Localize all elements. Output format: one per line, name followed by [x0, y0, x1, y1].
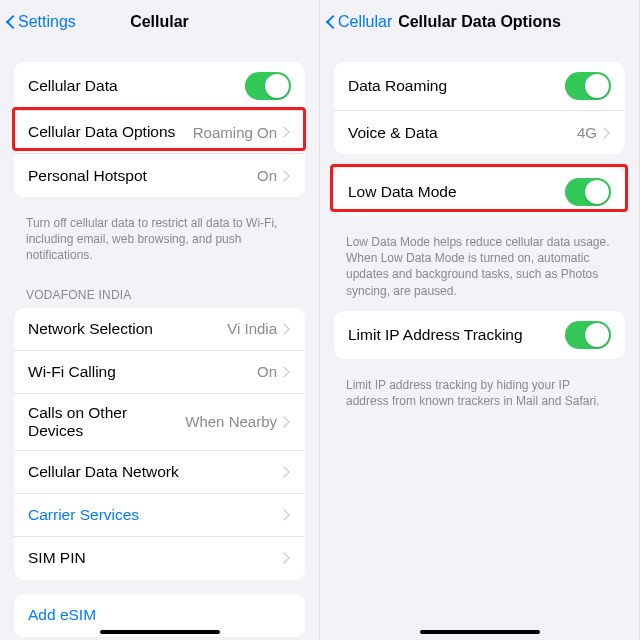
row-carrier-services[interactable]: Carrier Services	[14, 494, 305, 537]
footer-text: Low Data Mode helps reduce cellular data…	[320, 230, 639, 311]
row-voice-data[interactable]: Voice & Data 4G	[334, 111, 625, 154]
nav-header: Cellular Cellular Data Options	[320, 0, 639, 44]
group-roaming-voice: Data Roaming Voice & Data 4G	[334, 62, 625, 154]
row-link: Carrier Services	[28, 506, 139, 524]
row-detail: Vi India	[227, 320, 277, 337]
chevron-right-icon	[283, 170, 291, 182]
row-label: Wi-Fi Calling	[28, 363, 257, 381]
chevron-right-icon	[283, 552, 291, 564]
row-label: Cellular Data	[28, 77, 245, 95]
row-detail: 4G	[577, 124, 597, 141]
group-low-data: Low Data Mode	[334, 168, 625, 216]
row-hotspot[interactable]: Personal Hotspot On	[14, 154, 305, 197]
row-label: Limit IP Address Tracking	[348, 326, 565, 344]
nav-header: Settings Cellular	[0, 0, 319, 44]
group-carrier: Network Selection Vi India Wi-Fi Calling…	[14, 308, 305, 580]
row-label: Calls on Other Devices	[28, 404, 185, 440]
chevron-right-icon	[283, 126, 291, 138]
row-label: Data Roaming	[348, 77, 565, 95]
chevron-right-icon	[283, 323, 291, 335]
section-header-vodafone: VODAFONE INDIA	[0, 276, 319, 308]
chevron-right-icon	[283, 416, 291, 428]
row-label: Cellular Data Network	[28, 463, 283, 481]
row-data-roaming[interactable]: Data Roaming	[334, 62, 625, 111]
back-chevron-icon	[6, 13, 16, 31]
row-sim-pin[interactable]: SIM PIN	[14, 537, 305, 580]
row-label: SIM PIN	[28, 549, 283, 567]
back-button[interactable]: Settings	[6, 13, 76, 31]
row-cellular-options[interactable]: Cellular Data Options Roaming On	[14, 111, 305, 154]
row-network-selection[interactable]: Network Selection Vi India	[14, 308, 305, 351]
row-label: Personal Hotspot	[28, 167, 257, 185]
home-indicator[interactable]	[100, 630, 220, 634]
row-label: Voice & Data	[348, 124, 577, 142]
back-label: Settings	[18, 13, 76, 31]
back-button[interactable]: Cellular	[326, 13, 392, 31]
row-label: Network Selection	[28, 320, 227, 338]
limit-ip-toggle[interactable]	[565, 321, 611, 349]
content-area: Data Roaming Voice & Data 4G Low Data Mo…	[320, 44, 639, 640]
row-calls-other[interactable]: Calls on Other Devices When Nearby	[14, 394, 305, 451]
data-roaming-toggle[interactable]	[565, 72, 611, 100]
row-cellular-data[interactable]: Cellular Data	[14, 62, 305, 111]
home-indicator[interactable]	[420, 630, 540, 634]
group-cellular-main: Cellular Data Cellular Data Options Roam…	[14, 62, 305, 197]
footer-text: Limit IP address tracking by hiding your…	[320, 373, 639, 421]
row-limit-ip[interactable]: Limit IP Address Tracking	[334, 311, 625, 359]
row-wifi-calling[interactable]: Wi-Fi Calling On	[14, 351, 305, 394]
screen-cellular-options: Cellular Cellular Data Options Data Roam…	[320, 0, 640, 640]
row-cellular-data-network[interactable]: Cellular Data Network	[14, 451, 305, 494]
chevron-right-icon	[283, 509, 291, 521]
row-detail: When Nearby	[185, 413, 277, 430]
footer-text: Turn off cellular data to restrict all d…	[0, 211, 319, 276]
cellular-data-toggle[interactable]	[245, 72, 291, 100]
row-detail: On	[257, 167, 277, 184]
row-detail: Roaming On	[193, 124, 277, 141]
page-title: Cellular	[130, 13, 189, 31]
row-low-data-mode[interactable]: Low Data Mode	[334, 168, 625, 216]
back-chevron-icon	[326, 13, 336, 31]
content-area: Cellular Data Cellular Data Options Roam…	[0, 44, 319, 640]
row-label: Cellular Data Options	[28, 123, 193, 141]
row-link: Add eSIM	[28, 606, 96, 624]
chevron-right-icon	[283, 366, 291, 378]
back-label: Cellular	[338, 13, 392, 31]
row-detail: On	[257, 363, 277, 380]
low-data-toggle[interactable]	[565, 178, 611, 206]
chevron-right-icon	[283, 466, 291, 478]
screen-cellular: Settings Cellular Cellular Data Cellular…	[0, 0, 320, 640]
group-limit-ip: Limit IP Address Tracking	[334, 311, 625, 359]
chevron-right-icon	[603, 127, 611, 139]
page-title: Cellular Data Options	[398, 13, 561, 31]
row-label: Low Data Mode	[348, 183, 565, 201]
